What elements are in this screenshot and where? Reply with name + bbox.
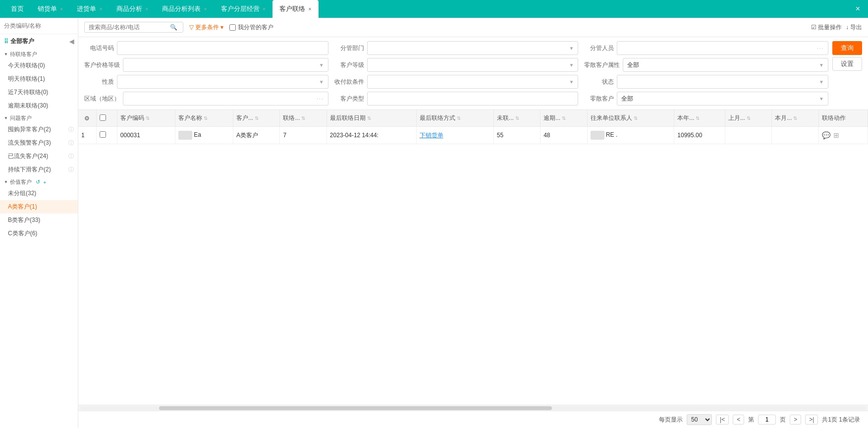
sidebar-item-today[interactable]: 今天待联络(0) <box>0 59 78 72</box>
nav-tab-analysis-list[interactable]: 商品分析列表 × <box>155 0 214 18</box>
prev-page-button[interactable]: < <box>733 415 744 425</box>
sort-icon-last-month[interactable]: ⇅ <box>747 115 751 121</box>
all-customers-header[interactable]: ⠿ 全部客户 ◀ <box>0 34 78 49</box>
sidebar-item-churned-label: 已流失客户(24) <box>8 152 48 160</box>
horizontal-scrollbar[interactable] <box>78 405 868 411</box>
action-qr-icon[interactable]: ⊞ <box>833 131 839 139</box>
adv-filter-row-2: 客户价格等级 ▼ 客户等级 ▼ 零散客户属性 <box>84 58 828 72</box>
filter-input-region[interactable]: ··· <box>123 92 328 106</box>
nav-tab-sales[interactable]: 销货单 × <box>31 0 70 18</box>
filter-input-price-level[interactable]: ▼ <box>123 58 328 72</box>
sidebar-item-class-b[interactable]: B类客户(33) <box>0 214 78 227</box>
sidebar-item-overdue[interactable]: 逾期未联络(30) <box>0 99 78 112</box>
filter-input-cust-type[interactable] <box>367 92 579 106</box>
sort-icon-name[interactable]: ⇅ <box>204 115 208 121</box>
nav-tab-customer-segment-close[interactable]: × <box>263 6 266 12</box>
more-conditions-button[interactable]: ▽ 更多条件 ▾ <box>189 23 223 32</box>
export-button[interactable]: ↓ 导出 <box>846 23 862 32</box>
sidebar-item-7days-label: 近7天待联络(0) <box>8 88 48 97</box>
last-page-button[interactable]: >| <box>805 415 818 425</box>
sort-icon-overdue[interactable]: ⇅ <box>562 115 566 121</box>
filter-input-manager[interactable]: ··· <box>617 41 828 55</box>
td-last-method[interactable]: 下销货单 <box>416 127 493 144</box>
filter-search-icon[interactable]: 🔍 <box>170 24 177 31</box>
sort-icon-code[interactable]: ⇅ <box>146 115 150 121</box>
sidebar-group-problem: ▼ 问题客户 <box>0 112 78 123</box>
nav-tab-customer-contact-close[interactable]: × <box>308 6 311 12</box>
td-last-date: 2023-04-12 14:44: <box>326 127 416 144</box>
filter-label-cust-level: 客户等级 <box>334 61 364 69</box>
batch-op-button[interactable]: ☑ 批量操作 <box>811 23 842 32</box>
query-button[interactable]: 查询 <box>832 41 862 55</box>
sidebar-item-tomorrow[interactable]: 明天待联络(1) <box>0 72 78 86</box>
filter-input-cust-level[interactable]: ▼ <box>367 58 579 72</box>
th-uncontacted: 未联... ⇅ <box>493 110 540 127</box>
settings-button[interactable]: 设置 <box>832 57 862 71</box>
sidebar-item-class-c[interactable]: C类客户(6) <box>0 227 78 240</box>
data-table-container: ⚙ 客户编码 ⇅ 客户名称 <box>78 110 868 405</box>
sidebar-item-hoarding[interactable]: 囤购异常客户(2) ⓘ <box>0 123 78 136</box>
filter-input-payment[interactable]: ▼ <box>367 75 579 89</box>
nav-tab-customer-contact[interactable]: 客户联络 × <box>272 0 318 18</box>
filter-input-dept[interactable]: ▼ <box>367 41 579 55</box>
sort-icon-contact[interactable]: ⇅ <box>301 115 305 121</box>
sidebar-item-ungrouped[interactable]: 未分组(32) <box>0 187 78 200</box>
nav-tab-purchase-close[interactable]: × <box>99 6 102 12</box>
all-customers-label: 全部客户 <box>10 37 34 46</box>
nav-tab-home[interactable]: 首页 <box>4 0 31 18</box>
close-all-button[interactable]: × <box>852 4 864 13</box>
nav-tab-analysis-list-close[interactable]: × <box>204 6 207 12</box>
my-customers-check[interactable] <box>229 24 236 31</box>
triangle-down-icon-2: ▼ <box>4 116 8 120</box>
my-customers-label: 我分管的客户 <box>238 23 273 32</box>
sidebar-item-class-a[interactable]: A类客户(1) <box>0 200 78 214</box>
sort-icon-last-date[interactable]: ⇅ <box>367 115 371 121</box>
total-records-label: 共1页 1条记录 <box>822 416 860 424</box>
filter-input-nature[interactable]: ▼ <box>117 75 328 89</box>
filter-input-retail-cust[interactable]: 全部 ▼ <box>617 92 828 106</box>
sort-icon-this-month[interactable]: ⇅ <box>793 115 797 121</box>
filter-search-input[interactable] <box>89 24 168 31</box>
nav-tab-customer-segment[interactable]: 客户分层经营 × <box>214 0 272 18</box>
select-all-checkbox[interactable] <box>100 114 106 121</box>
th-name: 客户名称 ⇅ <box>175 110 233 127</box>
triangle-down-icon-3: ▼ <box>4 180 8 184</box>
row-checkbox[interactable] <box>100 131 106 138</box>
sort-icon-uncontacted[interactable]: ⇅ <box>515 115 519 121</box>
filter-input-phone[interactable] <box>117 41 328 55</box>
sort-icon-last-method[interactable]: ⇅ <box>457 115 461 121</box>
sidebar-item-7days[interactable]: 近7天待联络(0) <box>0 86 78 99</box>
per-page-select[interactable]: 50 100 200 <box>687 414 712 425</box>
first-page-button[interactable]: |< <box>716 415 729 425</box>
filter-funnel-icon: ▽ <box>189 24 194 31</box>
td-checkbox <box>96 127 117 144</box>
filter-label-retail-attr: 零散客户属性 <box>584 61 620 69</box>
filter-input-retail-attr[interactable]: 全部 ▼ <box>623 58 828 72</box>
th-last-date: 最后联络日期 ⇅ <box>326 110 416 127</box>
nav-tab-analysis[interactable]: 商品分析 × <box>109 0 155 18</box>
add-group-icon[interactable]: + <box>43 179 46 185</box>
sort-icon-this-year[interactable]: ⇅ <box>696 115 700 121</box>
nav-tab-purchase[interactable]: 进货单 × <box>70 0 109 18</box>
page-number-input[interactable] <box>758 415 776 425</box>
caret-icon-3: ▼ <box>569 62 574 68</box>
filter-input-status[interactable]: ▼ <box>617 75 828 89</box>
sidebar-item-churned[interactable]: 已流失客户(24) ⓘ <box>0 150 78 163</box>
sidebar-item-churn-warning[interactable]: 流失预警客户(3) ⓘ <box>0 136 78 150</box>
sort-icon-person[interactable]: ⇅ <box>634 115 638 121</box>
sidebar-item-class-a-label: A类客户(1) <box>8 203 37 211</box>
refresh-icon[interactable]: ↺ <box>36 179 40 185</box>
th-name-label: 客户名称 <box>178 114 202 122</box>
next-page-button[interactable]: > <box>790 415 801 425</box>
nav-tab-analysis-close[interactable]: × <box>145 6 148 12</box>
td-name-text: Ea <box>194 131 201 138</box>
filter-search-box: 🔍 <box>84 22 183 33</box>
settings-gear-icon[interactable]: ⚙ <box>84 115 90 122</box>
sort-icon-type[interactable]: ⇅ <box>255 115 259 121</box>
sidebar-search-input[interactable] <box>4 22 78 29</box>
action-chat-icon[interactable]: 💬 <box>822 131 830 139</box>
my-customers-checkbox: 我分管的客户 <box>229 23 273 32</box>
nav-tab-sales-close[interactable]: × <box>60 6 63 12</box>
sidebar-item-declining[interactable]: 持续下滑客户(2) ⓘ <box>0 163 78 176</box>
sidebar-collapse-button[interactable]: ◀ <box>69 38 74 45</box>
